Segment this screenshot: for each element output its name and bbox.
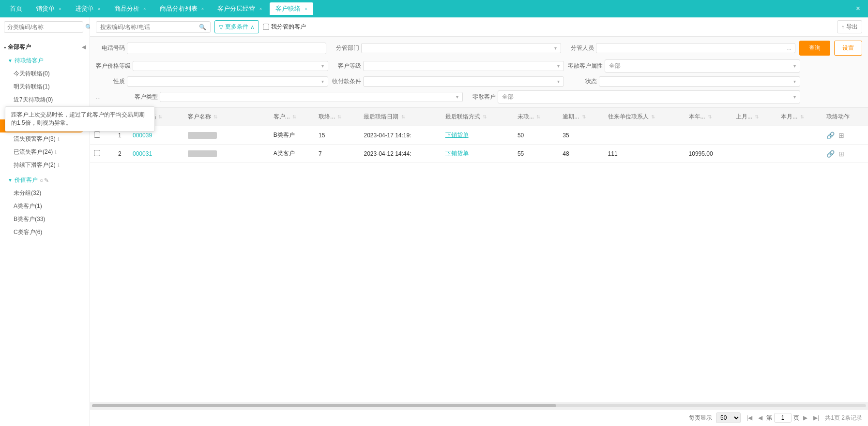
filter-row-1: 电话号码 分管部门 ▾ 分管人员 ...: [96, 41, 862, 56]
sidebar-item-churn-warning[interactable]: 流失预警客户(3) ℹ: [0, 132, 90, 146]
cell-last-month: [732, 126, 777, 145]
department-select[interactable]: ▾: [361, 43, 561, 53]
first-page-button[interactable]: |◀: [745, 413, 754, 422]
scrollbar-track[interactable]: [92, 404, 866, 407]
more-action-icon[interactable]: ⊞: [838, 132, 844, 139]
price-level-label: 客户价格等级: [96, 62, 131, 70]
customer-type-select[interactable]: ▾: [160, 92, 463, 102]
export-button[interactable]: ↑ 导出: [837, 20, 862, 33]
sidebar-item-7days[interactable]: 近7天待联络(0): [0, 93, 90, 106]
nav-product-analysis[interactable]: 商品分析 ×: [108, 2, 152, 15]
sort-icon: ⇅: [401, 114, 405, 119]
th-this-month[interactable]: 本月... ⇅: [777, 108, 822, 126]
th-name[interactable]: 客户名称 ⇅: [184, 108, 270, 126]
th-customer-type[interactable]: 客户... ⇅: [270, 108, 315, 126]
nav-sales[interactable]: 销货单 ×: [30, 2, 67, 15]
nav-home[interactable]: 首页: [4, 2, 28, 15]
sidebar-search-input[interactable]: [4, 21, 83, 33]
status-select[interactable]: ▾: [599, 76, 800, 87]
th-contact-count[interactable]: 联络... ⇅: [315, 108, 360, 126]
phone-input[interactable]: [127, 43, 326, 54]
sidebar-item-class-a[interactable]: A类客户(1): [0, 200, 90, 213]
search-input-container: 🔍: [96, 21, 211, 33]
prev-page-button[interactable]: ◀: [756, 413, 764, 422]
more-conditions-button[interactable]: ▽ 更多条件 ∧: [214, 20, 259, 33]
price-level-select[interactable]: ▾: [133, 61, 328, 71]
th-last-contact-method[interactable]: 最后联络方式 ⇅: [442, 108, 514, 126]
th-contact-person[interactable]: 往来单位联系人 ⇅: [604, 108, 685, 126]
close-icon[interactable]: ×: [143, 6, 146, 12]
chevron-down-icon: ▾: [793, 63, 796, 69]
close-icon[interactable]: ×: [59, 6, 61, 12]
query-button[interactable]: 查询: [799, 41, 830, 56]
cell-code[interactable]: 000031: [129, 145, 184, 163]
sidebar-all-customers[interactable]: ▪ 全部客户 ◀: [0, 40, 90, 54]
sidebar-item-today[interactable]: 今天待联络(0): [0, 67, 90, 80]
sidebar-item-tomorrow[interactable]: 明天待联络(1): [0, 80, 90, 93]
sort-icon: ⇅: [483, 114, 487, 119]
close-icon[interactable]: ×: [259, 6, 262, 12]
cell-last-date: 2023-04-17 14:19:: [360, 126, 441, 145]
cell-last-method[interactable]: 下销货单: [442, 126, 514, 145]
more-action-icon[interactable]: ⊞: [838, 150, 844, 158]
th-uncontacted[interactable]: 未联... ⇅: [514, 108, 559, 126]
cell-seq: 2: [114, 145, 129, 163]
search-icon[interactable]: 🔍: [199, 24, 206, 30]
sidebar-section-pending[interactable]: ▼ 待联络客户: [0, 54, 90, 67]
cell-last-method[interactable]: 下销货单: [442, 145, 514, 163]
manager-input[interactable]: ...: [596, 43, 795, 53]
per-page-label: 每页显示: [689, 414, 712, 422]
more-button[interactable]: ...: [96, 94, 101, 101]
chevron-down-icon: ▾: [557, 63, 560, 69]
page-number-input[interactable]: [774, 413, 792, 423]
filter-more: ...: [96, 94, 125, 101]
search-input[interactable]: [100, 24, 197, 30]
my-customers-checkbox-label[interactable]: 我分管的客户: [263, 23, 306, 31]
customer-level-select[interactable]: ▾: [363, 61, 564, 71]
sidebar-item-class-c[interactable]: C类客户(6): [0, 226, 90, 239]
nav-purchase[interactable]: 进货单 ×: [69, 2, 107, 15]
sidebar-item-ungrouped[interactable]: 未分组(32): [0, 187, 90, 200]
retail-customer-select[interactable]: 全部 ▾: [498, 90, 801, 103]
cell-checkbox[interactable]: [90, 145, 114, 163]
nav-customer-contact[interactable]: 客户联络 ×: [270, 2, 313, 15]
payment-select[interactable]: ▾: [363, 76, 564, 87]
department-label: 分管部门: [330, 44, 359, 52]
link-action-icon[interactable]: 🔗: [826, 150, 835, 158]
filter-status: 状态 ▾: [568, 76, 800, 87]
my-customers-checkbox[interactable]: [263, 24, 269, 30]
tooltip-box: 距客户上次交易时长，超过了此客户的平均交易周期的1.5倍，则视为异常。: [5, 106, 155, 132]
collapse-icon[interactable]: ◀: [82, 44, 86, 50]
close-icon[interactable]: ×: [201, 6, 204, 12]
last-page-button[interactable]: ▶|: [811, 413, 821, 422]
setting-button[interactable]: 设置: [834, 41, 862, 56]
horizontal-scrollbar[interactable]: [90, 402, 868, 409]
footer: 每页显示 50 100 200 |◀ ◀ 第 页 ▶ ▶| 共1页 2条记录: [90, 409, 868, 426]
close-icon[interactable]: ×: [305, 6, 307, 12]
sidebar-item-churned[interactable]: 已流失客户(24) ℹ: [0, 146, 90, 159]
th-last-contact-date[interactable]: 最后联络日期 ⇅: [360, 108, 441, 126]
th-overdue[interactable]: 逾期... ⇅: [559, 108, 604, 126]
nav-customer-tier[interactable]: 客户分层经营 ×: [212, 2, 268, 15]
nature-select[interactable]: ▾: [127, 76, 328, 87]
th-actions: 联络动作: [822, 108, 868, 126]
per-page-select[interactable]: 50 100 200: [716, 412, 741, 423]
retail-attr-select[interactable]: 全部 ▾: [605, 59, 800, 73]
table-row: 2 000031 A类客户 7 2023-04-12 14:44: 下销货单 5…: [90, 145, 868, 163]
filter-bar: 🔍 ▽ 更多条件 ∧ 我分管的客户 ↑ 导出: [90, 17, 868, 37]
cell-overdue: 48: [559, 145, 604, 163]
next-page-button[interactable]: ▶: [801, 413, 809, 422]
scrollbar-thumb[interactable]: [92, 404, 556, 407]
customer-type-label: 客户类型: [129, 93, 158, 101]
sidebar-section-value[interactable]: ▼ 价值客户 ○ ✎: [0, 174, 90, 187]
th-last-month[interactable]: 上月... ⇅: [732, 108, 777, 126]
close-icon[interactable]: ×: [98, 6, 101, 12]
window-close-button[interactable]: ×: [852, 4, 864, 13]
nav-product-list[interactable]: 商品分析列表 ×: [154, 2, 210, 15]
sidebar-item-class-b[interactable]: B类客户(33): [0, 213, 90, 226]
cell-uncontacted: 50: [514, 126, 559, 145]
th-this-year[interactable]: 本年... ⇅: [685, 108, 732, 126]
link-action-icon[interactable]: 🔗: [826, 132, 835, 139]
chevron-down-icon: ▾: [793, 79, 796, 84]
sidebar-item-declining[interactable]: 持续下滑客户(2) ℹ: [0, 159, 90, 172]
